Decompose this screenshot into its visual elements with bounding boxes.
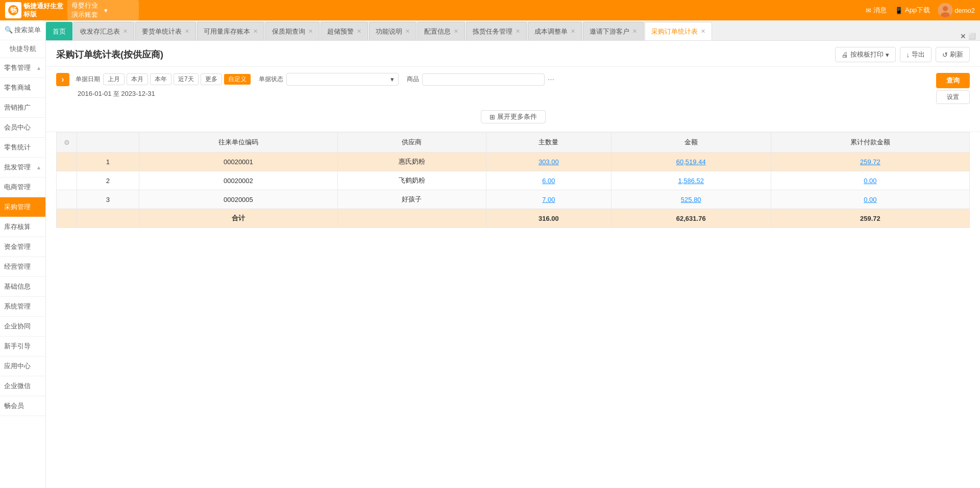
sidebar-item-retail-stats[interactable]: 零售统计 [0,138,45,158]
qty-link[interactable]: 6.00 [542,177,555,185]
sidebar-item-system[interactable]: 系统管理 [0,297,45,317]
close-tab-icon[interactable]: ✕ [185,28,189,35]
message-action[interactable]: ✉ 消息 [866,6,887,15]
tab-picking-task[interactable]: 拣货任务管理 ✕ [466,22,527,40]
paid-link[interactable]: 0.00 [864,177,876,185]
sidebar-item-operations[interactable]: 经营管理 [0,257,45,277]
close-tab-icon[interactable]: ✕ [571,28,575,35]
export-button[interactable]: ↓ 导出 [900,47,932,62]
sidebar-item-vip[interactable]: 畅会员 [0,396,45,416]
paid-link[interactable]: 259.72 [860,158,880,166]
account-dropdown[interactable]: 母婴行业演示账套 ▾ [67,0,139,20]
paid-link[interactable]: 0.00 [864,196,876,203]
close-tab-icon[interactable]: ✕ [632,28,637,35]
table-row[interactable]: 3 00020005 好孩子 7.00 525.80 0.00 [57,190,970,209]
maximize-window-btn[interactable]: ⬜ [968,33,976,40]
tab-overstock-alert[interactable]: 超储预警 ✕ [321,22,368,40]
user-profile[interactable]: demo2 [938,3,975,17]
amount-link[interactable]: 525.80 [681,196,701,203]
tab-label: 收发存汇总表 [80,27,120,36]
settings-button[interactable]: 设置 [936,90,970,104]
last-month-btn[interactable]: 上月 [103,73,125,85]
sidebar-item-label: 企业微信 [4,381,31,391]
status-select-arrow-icon: ▾ [390,75,394,83]
tab-expiry-query[interactable]: 保质期查询 ✕ [265,22,320,40]
print-button[interactable]: 🖨 按模板打印 ▾ [835,47,896,62]
close-tab-icon[interactable]: ✕ [405,28,410,35]
print-label: 按模板打印 [850,50,884,59]
sidebar-item-retail-shop[interactable]: 零售商城 [0,78,45,98]
search-menu-label: 搜索菜单 [14,26,41,34]
this-month-btn[interactable]: 本月 [127,73,148,85]
settings-gear-icon[interactable]: ⚙ [64,139,70,146]
amount-link[interactable]: 60,519.44 [676,158,706,166]
td-qty: 6.00 [486,171,611,190]
export-icon: ↓ [906,51,910,59]
sidebar-item-label: 采购管理 [4,202,31,212]
tab-func-desc[interactable]: 功能说明 ✕ [369,22,416,40]
tab-receive-pay[interactable]: 收发存汇总表 ✕ [74,22,134,40]
search-menu[interactable]: 🔍 搜索菜单 [0,20,45,40]
tab-config-info[interactable]: 配置信息 ✕ [418,22,465,40]
table-row[interactable]: 1 00020001 惠氏奶粉 303.00 60,519.44 259.72 [57,152,970,171]
sidebar-item-finance[interactable]: 资金管理 [0,237,45,257]
sidebar-item-new-guide[interactable]: 新手引导 [0,337,45,356]
qty-link[interactable]: 7.00 [542,196,555,203]
sidebar-item-ecommerce[interactable]: 电商管理 [0,177,45,197]
filter-toggle-btn[interactable]: › [56,73,69,86]
close-tab-icon[interactable]: ✕ [308,28,313,35]
sidebar-item-retail-manage[interactable]: 零售管理 ▲ [0,58,45,78]
more-options-icon[interactable]: ··· [548,75,554,84]
td-footer-qty: 316.00 [486,209,611,228]
goods-input[interactable] [422,73,545,86]
sidebar-item-enterprise[interactable]: 企业协同 [0,317,45,337]
tab-purchase-order-summary[interactable]: 采购订单统计表 ✕ [645,22,712,40]
tab-label: 采购订单统计表 [651,27,698,36]
td-partner-code: 00020001 [139,152,337,171]
goods-filter-group: 商品 ··· [407,73,554,86]
sidebar-item-purchase[interactable]: 采购管理 [0,197,45,217]
tab-available-inventory[interactable]: 可用量库存账本 ✕ [197,22,264,40]
table-row[interactable]: 2 00020002 飞鹤奶粉 6.00 1,586.52 0.00 [57,171,970,190]
sidebar-item-wechat[interactable]: 企业微信 [0,376,45,396]
close-window-btn[interactable]: ✕ [960,32,966,40]
qty-link[interactable]: 303.00 [538,158,559,166]
tab-cost-adjust[interactable]: 成本调整单 ✕ [528,22,582,40]
expand-conditions-btn[interactable]: ⊞ 展开更多条件 [481,110,546,123]
username: demo2 [954,7,975,14]
quick-nav[interactable]: 快捷导航 [0,40,45,58]
tab-purchase-order-stats[interactable]: 要货单统计表 ✕ [135,22,196,40]
td-index: 2 [77,171,139,190]
close-tab-icon[interactable]: ✕ [253,28,258,35]
tab-invite-downstream[interactable]: 邀请下游客户 ✕ [583,22,644,40]
sidebar-item-basic-info[interactable]: 基础信息 [0,277,45,297]
date-filter-group: 单据日期 上月 本月 本年 近7天 更多 自定义 [76,73,251,85]
amount-link[interactable]: 1,586.52 [678,177,704,185]
sidebar-item-wholesale[interactable]: 批发管理 ▲ [0,158,45,177]
search-icon: 🔍 [5,26,13,34]
th-settings[interactable]: ⚙ [57,133,77,152]
tab-home[interactable]: 首页 [46,22,72,40]
td-footer-label: 合计 [139,209,337,228]
close-tab-icon[interactable]: ✕ [516,28,520,35]
status-select[interactable]: ▾ [286,73,399,86]
app-download-action[interactable]: 📱 App下载 [895,6,930,15]
tab-label: 保质期查询 [272,27,305,36]
close-tab-icon[interactable]: ✕ [357,28,361,35]
last-7days-btn[interactable]: 近7天 [174,73,199,85]
refresh-button[interactable]: ↺ 刷新 [936,47,970,62]
td-supplier: 惠氏奶粉 [338,152,486,171]
close-tab-icon[interactable]: ✕ [454,28,458,35]
more-dates-btn[interactable]: 更多 [201,73,222,85]
close-tab-icon[interactable]: ✕ [701,28,705,35]
sidebar-item-inventory[interactable]: 库存核算 [0,217,45,237]
app-logo-icon: 畅 [5,2,21,18]
query-button[interactable]: 查询 [936,73,970,88]
print-dropdown-icon: ▾ [886,51,889,59]
this-year-btn[interactable]: 本年 [150,73,172,85]
sidebar-item-member[interactable]: 会员中心 [0,118,45,138]
close-tab-icon[interactable]: ✕ [123,28,128,35]
td-index: 3 [77,190,139,209]
sidebar-item-app-center[interactable]: 应用中心 [0,356,45,376]
sidebar-item-marketing[interactable]: 营销推广 [0,98,45,118]
